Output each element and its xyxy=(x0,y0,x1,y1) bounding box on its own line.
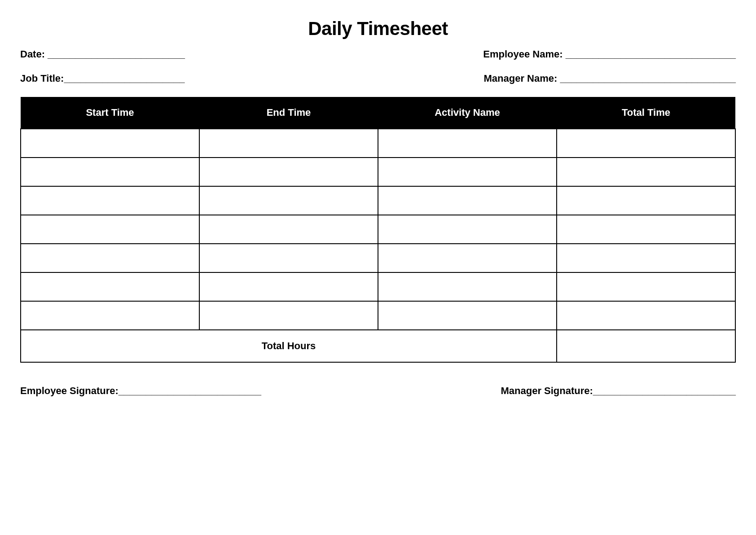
cell-total-time[interactable] xyxy=(557,301,735,330)
cell-start-time[interactable] xyxy=(21,129,199,158)
cell-end-time[interactable] xyxy=(199,215,378,244)
cell-end-time[interactable] xyxy=(199,186,378,215)
employee-signature-field[interactable]: Employee Signature:_____________________… xyxy=(20,385,261,397)
total-hours-value[interactable] xyxy=(557,330,735,362)
cell-total-time[interactable] xyxy=(557,272,735,301)
total-hours-row: Total Hours xyxy=(21,330,735,362)
header-activity-name: Activity Name xyxy=(378,97,557,129)
cell-activity-name[interactable] xyxy=(378,272,557,301)
cell-activity-name[interactable] xyxy=(378,129,557,158)
table-row xyxy=(21,186,735,215)
cell-activity-name[interactable] xyxy=(378,215,557,244)
table-row xyxy=(21,129,735,158)
cell-start-time[interactable] xyxy=(21,158,199,186)
table-row xyxy=(21,244,735,272)
header-total-time: Total Time xyxy=(557,97,735,129)
cell-start-time[interactable] xyxy=(21,301,199,330)
cell-end-time[interactable] xyxy=(199,272,378,301)
cell-total-time[interactable] xyxy=(557,244,735,272)
header-end-time: End Time xyxy=(199,97,378,129)
table-row xyxy=(21,272,735,301)
cell-end-time[interactable] xyxy=(199,301,378,330)
cell-activity-name[interactable] xyxy=(378,158,557,186)
signature-row: Employee Signature:_____________________… xyxy=(20,385,736,397)
cell-end-time[interactable] xyxy=(199,244,378,272)
info-row-2: Job Title:______________________ Manager… xyxy=(20,73,736,84)
timesheet-table-container: Start Time End Time Activity Name Total … xyxy=(20,97,736,363)
info-row-1: Date: _________________________ Employee… xyxy=(20,48,736,60)
cell-activity-name[interactable] xyxy=(378,186,557,215)
table-header-row: Start Time End Time Activity Name Total … xyxy=(21,97,735,129)
page-title: Daily Timesheet xyxy=(20,18,736,39)
total-hours-label: Total Hours xyxy=(21,330,557,362)
table-row xyxy=(21,158,735,186)
header-start-time: Start Time xyxy=(21,97,199,129)
cell-total-time[interactable] xyxy=(557,129,735,158)
cell-total-time[interactable] xyxy=(557,158,735,186)
cell-total-time[interactable] xyxy=(557,215,735,244)
manager-signature-field[interactable]: Manager Signature:______________________… xyxy=(501,385,736,397)
cell-start-time[interactable] xyxy=(21,272,199,301)
cell-start-time[interactable] xyxy=(21,186,199,215)
cell-start-time[interactable] xyxy=(21,244,199,272)
table-row xyxy=(21,215,735,244)
cell-end-time[interactable] xyxy=(199,158,378,186)
cell-activity-name[interactable] xyxy=(378,301,557,330)
cell-total-time[interactable] xyxy=(557,186,735,215)
job-title-field[interactable]: Job Title:______________________ xyxy=(20,73,185,84)
timesheet-table: Start Time End Time Activity Name Total … xyxy=(20,97,736,363)
cell-start-time[interactable] xyxy=(21,215,199,244)
manager-name-field[interactable]: Manager Name: __________________________… xyxy=(484,73,736,84)
cell-activity-name[interactable] xyxy=(378,244,557,272)
employee-name-field[interactable]: Employee Name: _________________________… xyxy=(483,48,736,60)
cell-end-time[interactable] xyxy=(199,129,378,158)
table-row xyxy=(21,301,735,330)
date-field[interactable]: Date: _________________________ xyxy=(20,48,185,60)
